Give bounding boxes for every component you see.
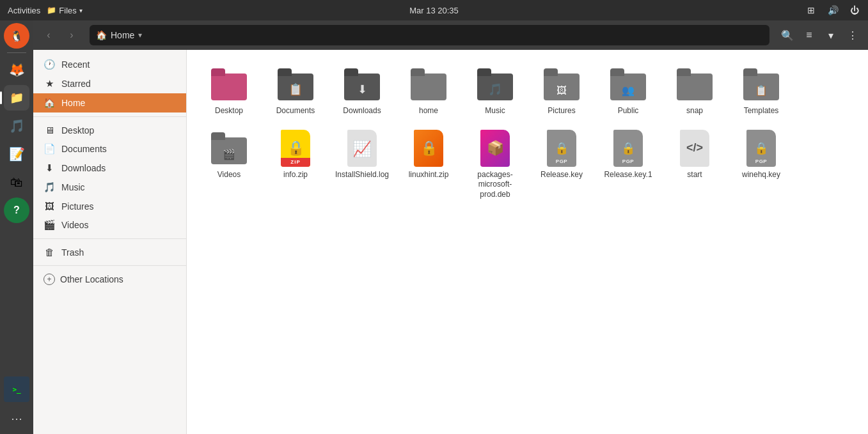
dock-firefox[interactable]: 🦊	[4, 57, 29, 82]
sidebar-label-videos: Videos	[61, 220, 89, 230]
file-label-public: Public	[618, 106, 639, 116]
file-icon-linuxhint-zip: 🔒	[409, 129, 448, 167]
file-item-downloads[interactable]: ⬇ Downloads	[330, 60, 394, 121]
file-item-info-zip[interactable]: 🔒 ZIP info.zip	[264, 124, 327, 205]
videos-icon: 🎬	[43, 219, 55, 231]
file-item-home[interactable]: home	[397, 60, 461, 121]
files-app: ‹ › 🏠 Home ▾ 🔍 ≡ ▾ ⋮ 🕐 Recent	[33, 20, 868, 434]
dock-files[interactable]: 📁	[4, 85, 29, 111]
toolbar-right: 🔍 ≡ ▾ ⋮	[777, 25, 863, 45]
file-label-music: Music	[485, 106, 505, 116]
file-icon-release-key1: 🔒 PGP	[609, 129, 647, 167]
file-label-desktop: Desktop	[215, 106, 243, 116]
file-item-start[interactable]: </> start	[663, 124, 727, 205]
file-label-release-key: Release.key	[541, 170, 583, 180]
file-item-packages-deb[interactable]: 📦 packages-microsoft-prod.deb	[463, 124, 527, 205]
folder-icon-documents: 📋	[276, 65, 315, 104]
file-label-info-zip: info.zip	[283, 170, 308, 180]
trash-icon: 🗑	[43, 247, 55, 258]
file-item-videos[interactable]: 🎬 Videos	[197, 124, 261, 205]
desktop-icon: 🖥	[43, 125, 55, 136]
file-icon-packages-deb: 📦	[476, 129, 514, 167]
dock-divider-1	[7, 52, 26, 53]
sidebar-item-trash[interactable]: 🗑 Trash	[33, 243, 186, 261]
music-icon: 🎵	[43, 182, 55, 193]
dock-ubuntu[interactable]: 🐧	[4, 23, 29, 49]
search-button[interactable]: 🔍	[777, 25, 798, 45]
location-bar[interactable]: 🏠 Home ▾	[90, 25, 769, 45]
activities-label[interactable]: Activities	[8, 6, 40, 15]
sidebar-item-downloads[interactable]: ⬇ Downloads	[33, 159, 186, 178]
toolbar: ‹ › 🏠 Home ▾ 🔍 ≡ ▾ ⋮	[33, 20, 868, 50]
file-item-pictures[interactable]: 🖼 Pictures	[530, 60, 594, 121]
folder-icon-music: 🎵	[476, 65, 514, 104]
downloads-icon: ⬇	[43, 162, 55, 174]
sidebar-item-recent[interactable]: 🕐 Recent	[33, 55, 186, 74]
sidebar-item-other-locations[interactable]: + Other Locations	[33, 270, 186, 289]
sound-icon[interactable]: 🔊	[827, 4, 839, 16]
sidebar-label-music: Music	[61, 182, 85, 192]
file-item-templates[interactable]: 📋 Templates	[729, 60, 793, 121]
sidebar-item-pictures[interactable]: 🖼 Pictures	[33, 197, 186, 215]
sidebar-label-starred: Starred	[61, 79, 91, 89]
folder-icon-snap	[675, 65, 714, 104]
sidebar-divider-2	[33, 238, 186, 239]
file-label-templates: Templates	[744, 106, 779, 116]
topbar-left: Activities 📁 Files ▾	[8, 6, 83, 15]
sidebar-item-music[interactable]: 🎵 Music	[33, 178, 186, 197]
sidebar-label-home: Home	[61, 98, 85, 108]
file-item-desktop[interactable]: Desktop	[197, 60, 261, 121]
file-item-winehq-key[interactable]: 🔒 PGP winehq.key	[729, 124, 793, 205]
file-label-installshield: InstallShield.log	[335, 170, 389, 180]
file-item-release-key1[interactable]: 🔒 PGP Release.key.1	[596, 124, 660, 205]
sidebar-label-documents: Documents	[61, 144, 107, 154]
dock-software[interactable]: 🛍	[4, 169, 29, 195]
file-icon-release-key: 🔒 PGP	[542, 129, 581, 167]
file-icon-installshield: 📈	[343, 129, 381, 167]
dock-terminal[interactable]: >_	[4, 376, 29, 402]
view-dropdown[interactable]: ▾	[821, 25, 841, 45]
sidebar-divider-3	[33, 265, 186, 266]
file-item-installshield[interactable]: 📈 InstallShield.log	[330, 124, 394, 205]
file-item-snap[interactable]: snap	[663, 60, 727, 121]
file-icon-info-zip: 🔒 ZIP	[276, 129, 315, 167]
forward-button[interactable]: ›	[61, 25, 82, 45]
sidebar-item-videos[interactable]: 🎬 Videos	[33, 215, 186, 235]
topbar: Activities 📁 Files ▾ Mar 13 20:35 ⊞ 🔊 ⏻	[0, 0, 868, 20]
sidebar-item-starred[interactable]: ★ Starred	[33, 74, 186, 93]
file-label-release-key1: Release.key.1	[604, 170, 652, 180]
sidebar-item-desktop[interactable]: 🖥 Desktop	[33, 121, 186, 139]
file-label-videos: Videos	[217, 170, 241, 180]
file-item-documents[interactable]: 📋 Documents	[264, 60, 327, 121]
file-item-release-key[interactable]: 🔒 PGP Release.key	[530, 124, 594, 205]
menu-button[interactable]: ⋮	[842, 25, 863, 45]
ubuntu-dock: 🐧 🦊 📁 🎵 📝 🛍 ? >_ ⋯	[0, 20, 33, 434]
back-button[interactable]: ‹	[38, 25, 59, 45]
sidebar-divider-1	[33, 116, 186, 117]
sidebar-item-home[interactable]: 🏠 Home	[33, 93, 186, 112]
file-item-public[interactable]: 👥 Public	[596, 60, 660, 121]
dock-appgrid[interactable]: ⋯	[4, 406, 29, 431]
folder-icon-public: 👥	[609, 65, 647, 104]
file-label-packages-deb: packages-microsoft-prod.deb	[466, 170, 525, 200]
file-label-start: start	[687, 170, 702, 180]
app-layout: 🐧 🦊 📁 🎵 📝 🛍 ? >_ ⋯ ‹	[0, 20, 868, 434]
home-icon: 🏠	[96, 30, 107, 40]
files-menu[interactable]: 📁 Files ▾	[47, 6, 82, 15]
topbar-right: ⊞ 🔊 ⏻	[805, 4, 860, 16]
files-grid: Desktop 📋 Documents	[197, 60, 858, 205]
sidebar-label-downloads: Downloads	[61, 163, 106, 173]
file-item-music[interactable]: 🎵 Music	[463, 60, 527, 121]
network-icon[interactable]: ⊞	[805, 4, 817, 16]
sidebar-label-desktop: Desktop	[61, 125, 94, 136]
power-icon[interactable]: ⏻	[849, 4, 860, 16]
documents-icon: 📄	[43, 143, 55, 155]
file-icon-start: </>	[675, 129, 714, 167]
file-item-linuxhint-zip[interactable]: 🔒 linuxhint.zip	[397, 124, 461, 205]
dock-libreoffice[interactable]: 📝	[4, 141, 29, 167]
dock-rhythmbox[interactable]: 🎵	[4, 113, 29, 139]
view-button[interactable]: ≡	[799, 25, 819, 45]
pictures-icon: 🖼	[43, 201, 55, 212]
dock-help[interactable]: ?	[4, 198, 29, 223]
sidebar-item-documents[interactable]: 📄 Documents	[33, 139, 186, 159]
